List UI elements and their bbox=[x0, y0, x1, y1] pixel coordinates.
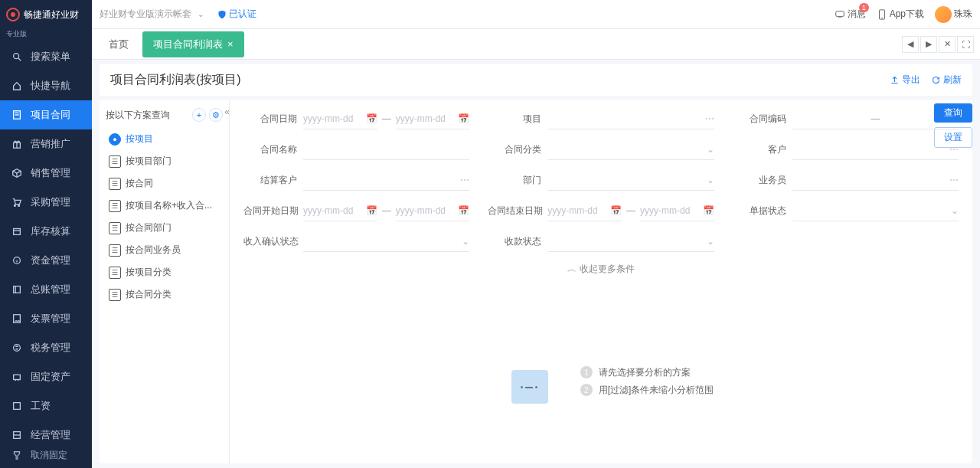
sidebar-item-label: 经营管理 bbox=[31, 428, 70, 442]
salary-icon bbox=[11, 400, 23, 412]
sidebar-item-11[interactable]: 固定资产 bbox=[0, 362, 92, 391]
scheme-item-5[interactable]: ☰按合同业务员 bbox=[106, 239, 223, 261]
scheme-item-4[interactable]: ☰按合同部门 bbox=[106, 217, 223, 239]
more-icon: ⋯ bbox=[705, 113, 714, 124]
asset-icon bbox=[11, 371, 23, 383]
fullscreen-button[interactable]: ⛶ bbox=[957, 36, 974, 53]
contract-date-to[interactable]: yyyy-mm-dd📅 bbox=[396, 108, 470, 129]
sidebar-item-label: 采购管理 bbox=[31, 195, 70, 209]
sidebar-item-13[interactable]: 经营管理 bbox=[0, 421, 92, 443]
chevron-down-icon: ⌄ bbox=[951, 205, 959, 216]
sidebar-item-label: 固定资产 bbox=[31, 370, 70, 384]
calendar-icon: 📅 bbox=[703, 205, 714, 216]
user-menu[interactable]: 珠珠 bbox=[935, 6, 972, 23]
logo: 畅捷通好业财 bbox=[0, 0, 92, 29]
tab-1[interactable]: 项目合同利润表× bbox=[142, 31, 244, 57]
name-input[interactable] bbox=[303, 139, 469, 160]
scheme-item-label: 按项目部门 bbox=[126, 155, 172, 168]
label-start: 合同开始日期 bbox=[243, 205, 303, 218]
tab-next[interactable]: ▶ bbox=[920, 36, 937, 53]
scheme-item-2[interactable]: ☰按合同 bbox=[106, 172, 223, 195]
body: 按以下方案查询 + ⚙ « ●按项目☰按项目部门☰按合同☰按项目名称+收入合..… bbox=[100, 100, 972, 463]
scheme-item-0[interactable]: ●按项目 bbox=[106, 128, 223, 150]
messages-button[interactable]: 消息 1 bbox=[835, 8, 866, 21]
verified-badge: 已认证 bbox=[217, 8, 256, 21]
tenant-selector[interactable]: 好业财专业版演示帐套 bbox=[100, 8, 198, 21]
sidebar-item-9[interactable]: 发票管理 bbox=[0, 304, 92, 333]
svg-point-0 bbox=[14, 54, 19, 59]
scheme-item-label: 按合同 bbox=[126, 177, 153, 190]
collapse-filters[interactable]: ︿ 收起更多条件 bbox=[567, 263, 635, 276]
end-date-to[interactable]: yyyy-mm-dd📅 bbox=[640, 200, 714, 221]
sidebar-item-2[interactable]: 项目合同 bbox=[0, 100, 92, 129]
refresh-button[interactable]: 刷新 bbox=[931, 74, 962, 87]
avatar bbox=[935, 6, 952, 23]
sidebar-unpin[interactable]: 取消固定 bbox=[0, 443, 92, 468]
tab-close-all[interactable]: ✕ bbox=[939, 36, 956, 53]
scheme-item-7[interactable]: ☰按合同分类 bbox=[106, 283, 223, 306]
sidebar-item-label: 总账管理 bbox=[31, 283, 70, 296]
contract-date-from[interactable]: yyyy-mm-dd📅 bbox=[303, 108, 377, 129]
scheme-item-icon: ☰ bbox=[109, 178, 121, 190]
income-status-select[interactable]: ⌄ bbox=[303, 231, 469, 252]
dept-select[interactable]: ⌄ bbox=[547, 169, 714, 191]
type-select[interactable]: ⌄ bbox=[547, 139, 714, 160]
scheme-item-6[interactable]: ☰按项目分类 bbox=[106, 261, 223, 283]
scheme-item-icon: ☰ bbox=[109, 244, 121, 257]
scheme-item-icon: ☰ bbox=[109, 267, 121, 279]
label-pay-status: 收款状态 bbox=[488, 235, 547, 248]
scheme-item-3[interactable]: ☰按项目名称+收入合... bbox=[106, 195, 223, 217]
svg-point-16 bbox=[14, 345, 21, 352]
sidebar-item-10[interactable]: 税务管理 bbox=[0, 333, 92, 362]
settle-picker[interactable]: ⋯ bbox=[303, 169, 469, 191]
code-field[interactable]: — bbox=[792, 108, 959, 129]
sidebar-item-0[interactable]: 搜索菜单 bbox=[0, 42, 92, 71]
calendar-icon: 📅 bbox=[458, 205, 469, 216]
pay-status-select[interactable]: ⌄ bbox=[547, 231, 714, 252]
start-date-to[interactable]: yyyy-mm-dd📅 bbox=[396, 200, 470, 221]
project-picker[interactable]: ⋯ bbox=[547, 108, 714, 129]
chevron-down-icon: ⌄ bbox=[707, 144, 714, 155]
status-select[interactable]: ⌄ bbox=[792, 200, 959, 221]
search-icon bbox=[11, 51, 23, 63]
sidebar-item-1[interactable]: 快捷导航 bbox=[0, 71, 92, 100]
sidebar-item-7[interactable]: ¥资金管理 bbox=[0, 246, 92, 275]
download-button[interactable]: App下载 bbox=[877, 8, 924, 21]
scheme-item-1[interactable]: ☰按项目部门 bbox=[106, 150, 223, 172]
svg-rect-20 bbox=[14, 403, 21, 410]
sidebar-item-6[interactable]: 库存核算 bbox=[0, 217, 92, 246]
export-button[interactable]: 导出 bbox=[890, 74, 920, 87]
scheme-header: 按以下方案查询 + ⚙ bbox=[106, 108, 223, 122]
tab-close[interactable]: × bbox=[227, 38, 234, 50]
manage-icon bbox=[11, 429, 23, 441]
scheme-settings[interactable]: ⚙ bbox=[209, 108, 223, 122]
scheme-item-icon: ● bbox=[109, 133, 121, 146]
invoice-icon bbox=[11, 313, 23, 325]
start-date-from[interactable]: yyyy-mm-dd📅 bbox=[303, 200, 377, 221]
end-date-from[interactable]: yyyy-mm-dd📅 bbox=[547, 200, 622, 221]
sidebar-item-label: 营销推广 bbox=[31, 137, 70, 151]
scheme-panel: 按以下方案查询 + ⚙ « ●按项目☰按项目部门☰按合同☰按项目名称+收入合..… bbox=[100, 100, 230, 463]
empty-state: 1请先选择要分析的方案 2用[过滤]条件来缩小分析范围 bbox=[243, 306, 959, 456]
sales-picker[interactable]: ⋯ bbox=[792, 169, 959, 191]
sidebar-item-4[interactable]: 销售管理 bbox=[0, 159, 92, 188]
svg-rect-17 bbox=[14, 375, 21, 379]
tab-prev[interactable]: ◀ bbox=[902, 36, 919, 53]
sidebar-item-8[interactable]: 总账管理 bbox=[0, 275, 92, 304]
gift-icon bbox=[11, 138, 23, 150]
customer-picker[interactable]: ⋯ bbox=[792, 139, 959, 160]
tab-label: 项目合同利润表 bbox=[153, 38, 223, 50]
sidebar-item-3[interactable]: 营销推广 bbox=[0, 129, 92, 159]
sidebar-item-12[interactable]: 工资 bbox=[0, 391, 92, 421]
chevron-up-icon: ︿ bbox=[567, 263, 577, 276]
scheme-item-label: 按合同分类 bbox=[126, 288, 172, 301]
sidebar-item-5[interactable]: 采购管理 bbox=[0, 188, 92, 217]
box-icon bbox=[11, 225, 23, 237]
sidebar: 畅捷通好业财 专业版 搜索菜单快捷导航项目合同营销推广销售管理采购管理库存核算¥… bbox=[0, 0, 92, 468]
sidebar-item-label: 税务管理 bbox=[31, 341, 70, 355]
tab-0[interactable]: 首页 bbox=[98, 31, 139, 57]
scheme-collapse[interactable]: « bbox=[224, 106, 230, 117]
msg-badge: 1 bbox=[859, 3, 869, 12]
scheme-add[interactable]: + bbox=[192, 108, 206, 122]
label-name: 合同名称 bbox=[243, 143, 303, 156]
